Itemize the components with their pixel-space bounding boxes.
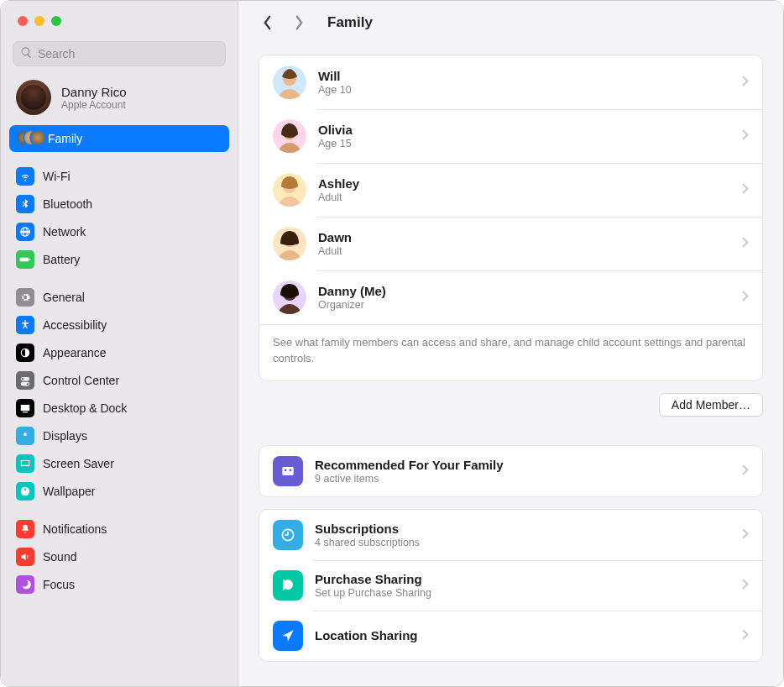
section-title: Purchase Sharing xyxy=(315,572,730,586)
search-icon xyxy=(20,46,38,62)
sidebar-item-family[interactable]: Family xyxy=(9,125,229,152)
sidebar-item-label: Sound xyxy=(43,550,76,564)
account-subtitle: Apple Account xyxy=(61,99,127,111)
chevron-right-icon xyxy=(742,628,749,643)
sidebar-item-desktop-dock[interactable]: Desktop & Dock xyxy=(9,395,229,422)
back-button[interactable] xyxy=(257,13,277,33)
location-sharing-row[interactable]: Location Sharing xyxy=(259,611,762,661)
sidebar-item-wifi[interactable]: Wi-Fi xyxy=(9,163,229,190)
sidebar-item-label: Network xyxy=(43,225,86,239)
member-name: Will xyxy=(318,69,730,83)
member-avatar xyxy=(273,66,306,99)
sidebar-item-wallpaper[interactable]: Wallpaper xyxy=(9,478,229,505)
member-name: Olivia xyxy=(318,123,730,137)
window-controls xyxy=(1,1,238,41)
sidebar-item-screen-saver[interactable]: Screen Saver xyxy=(9,450,229,477)
wallpaper-icon xyxy=(16,482,34,501)
member-role: Adult xyxy=(318,191,730,203)
chevron-right-icon xyxy=(742,290,749,305)
displays-icon xyxy=(16,427,34,445)
sidebar-item-sound[interactable]: Sound xyxy=(9,543,229,570)
location-icon xyxy=(273,621,303,651)
nav-list: Family Wi-Fi Bluetooth Network Battery xyxy=(1,125,238,686)
screen-saver-icon xyxy=(16,454,34,473)
sidebar: Danny Rico Apple Account Family Wi-Fi Bl… xyxy=(1,1,238,686)
sidebar-item-notifications[interactable]: Notifications xyxy=(9,516,229,543)
family-members-card: Will Age 10 Olivia Age 15 xyxy=(259,55,763,381)
sidebar-item-label: Desktop & Dock xyxy=(43,401,127,415)
member-name: Ashley xyxy=(318,176,730,191)
member-role: Adult xyxy=(318,245,730,257)
bluetooth-icon xyxy=(16,195,34,213)
minimize-button[interactable] xyxy=(34,16,44,26)
chevron-right-icon xyxy=(742,527,749,543)
subscriptions-row[interactable]: Subscriptions 4 shared subscriptions xyxy=(259,510,762,560)
member-avatar xyxy=(273,281,306,314)
control-center-icon xyxy=(16,371,34,390)
battery-icon xyxy=(16,250,34,269)
sidebar-item-label: Displays xyxy=(43,429,87,443)
forward-button[interactable] xyxy=(289,13,309,33)
sidebar-item-displays[interactable]: Displays xyxy=(9,422,229,449)
focus-icon xyxy=(16,575,34,594)
wifi-icon xyxy=(16,167,34,186)
sidebar-item-general[interactable]: General xyxy=(9,284,229,311)
sidebar-item-label: Notifications xyxy=(43,522,107,536)
member-avatar xyxy=(273,173,306,207)
svg-rect-5 xyxy=(282,467,293,475)
sidebar-item-focus[interactable]: Focus xyxy=(9,571,229,598)
chevron-right-icon xyxy=(742,182,749,197)
apple-account-row[interactable]: Danny Rico Apple Account xyxy=(1,75,238,125)
add-member-button[interactable]: Add Member… xyxy=(659,393,763,417)
maximize-button[interactable] xyxy=(51,16,61,26)
member-row[interactable]: Dawn Adult xyxy=(259,217,762,270)
member-avatar xyxy=(273,227,306,260)
sidebar-item-label: Screen Saver xyxy=(43,457,114,470)
search-input[interactable] xyxy=(38,47,218,60)
search-field[interactable] xyxy=(13,41,226,66)
recommended-row[interactable]: Recommended For Your Family 9 active ite… xyxy=(259,446,762,496)
accessibility-icon xyxy=(16,316,34,334)
member-row[interactable]: Ashley Adult xyxy=(259,163,762,217)
sidebar-item-battery[interactable]: Battery xyxy=(9,246,229,273)
main-header: Family xyxy=(238,1,783,45)
account-name: Danny Rico xyxy=(61,85,127,99)
sidebar-item-label: Wi-Fi xyxy=(43,170,71,183)
sidebar-item-label: Control Center xyxy=(43,374,119,387)
member-role: Age 10 xyxy=(318,84,730,96)
chevron-right-icon xyxy=(742,464,749,479)
sidebar-item-label: Wallpaper xyxy=(43,485,96,498)
section-subtitle: 4 shared subscriptions xyxy=(315,537,730,548)
member-name: Dawn xyxy=(318,230,730,244)
page-title: Family xyxy=(327,14,373,31)
settings-window: Danny Rico Apple Account Family Wi-Fi Bl… xyxy=(1,1,783,686)
sidebar-item-control-center[interactable]: Control Center xyxy=(9,367,229,394)
sidebar-item-accessibility[interactable]: Accessibility xyxy=(9,312,229,338)
member-avatar xyxy=(273,119,306,153)
svg-rect-6 xyxy=(285,469,287,471)
member-role: Age 15 xyxy=(318,138,730,149)
sidebar-item-network[interactable]: Network xyxy=(9,218,229,245)
sidebar-item-label: Family xyxy=(48,132,82,145)
recommended-card: Recommended For Your Family 9 active ite… xyxy=(259,445,763,497)
svg-rect-7 xyxy=(290,469,292,471)
chevron-right-icon xyxy=(742,236,749,251)
sidebar-item-label: General xyxy=(43,291,85,304)
member-row[interactable]: Olivia Age 15 xyxy=(259,109,762,163)
chevron-right-icon xyxy=(742,578,749,593)
section-subtitle: Set up Purchase Sharing xyxy=(315,587,730,599)
member-row[interactable]: Danny (Me) Organizer xyxy=(259,270,762,324)
close-button[interactable] xyxy=(18,16,28,26)
sharing-card: Subscriptions 4 shared subscriptions Pur… xyxy=(259,509,763,662)
network-icon xyxy=(16,223,34,241)
member-row[interactable]: Will Age 10 xyxy=(259,55,762,109)
gear-icon xyxy=(16,288,34,307)
members-footer-text: See what family members can access and s… xyxy=(259,324,762,380)
sidebar-item-appearance[interactable]: Appearance xyxy=(9,339,229,366)
content-scroll[interactable]: Will Age 10 Olivia Age 15 xyxy=(238,45,783,686)
main-pane: Family Will Age 10 xyxy=(238,1,783,686)
section-title: Location Sharing xyxy=(315,628,730,642)
purchase-sharing-row[interactable]: Purchase Sharing Set up Purchase Sharing xyxy=(259,560,762,611)
subscriptions-icon xyxy=(273,520,303,550)
sidebar-item-bluetooth[interactable]: Bluetooth xyxy=(9,191,229,218)
